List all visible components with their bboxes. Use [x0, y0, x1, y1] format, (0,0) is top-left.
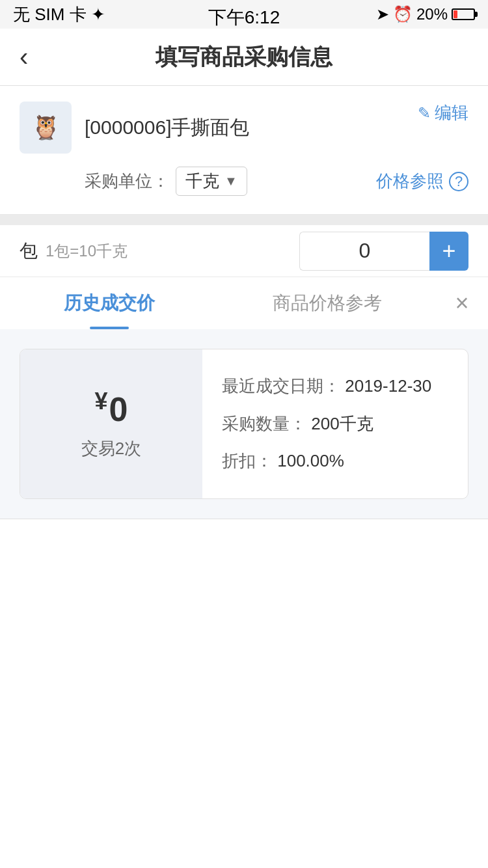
bottom-area — [0, 519, 488, 868]
tab-history-price[interactable]: 历史成交价 — [0, 277, 218, 329]
qty-sub-label: 1包=10千克 — [46, 241, 128, 262]
discount-label: 折扣： — [222, 451, 273, 470]
currency-symbol: ¥ — [95, 388, 108, 414]
qty-unit-label: 包 — [20, 239, 38, 264]
tabs-close-button[interactable]: × — [436, 290, 488, 317]
purchase-qty-label: 采购数量： — [222, 414, 306, 433]
card-price-area: ¥0 交易2次 — [20, 349, 202, 498]
qty-input-area: 0 + — [128, 232, 468, 271]
unit-label: 采购单位： — [85, 170, 169, 193]
tab-active-underline — [90, 327, 129, 329]
battery-icon — [452, 8, 475, 20]
discount-row: 折扣： 100.00% — [222, 448, 448, 475]
page-title: 填写商品采购信息 — [156, 42, 332, 72]
purchase-qty-value: 200千克 — [311, 414, 373, 433]
quantity-section: 包 1包=10千克 0 + — [0, 225, 488, 277]
location-icon: ➤ — [376, 5, 389, 23]
qty-input[interactable]: 0 — [299, 232, 429, 271]
back-button[interactable]: ‹ — [20, 42, 28, 72]
price-ref-label: 价格参照 — [376, 170, 444, 193]
nav-bar: ‹ 填写商品采购信息 — [0, 29, 488, 86]
unit-value: 千克 — [185, 170, 219, 193]
tab-price-ref-label: 商品价格参考 — [273, 291, 382, 316]
section-divider — [0, 215, 488, 225]
recent-date-value: 2019-12-30 — [345, 376, 431, 396]
status-right: ➤ ⏰ 20% — [376, 5, 475, 23]
tab-product-price-ref[interactable]: 商品价格参考 — [218, 277, 436, 329]
status-bar: 无 SIM 卡 ✦ 下午6:12 ➤ ⏰ 20% — [0, 0, 488, 29]
qty-plus-button[interactable]: + — [429, 232, 468, 271]
card-details-area: 最近成交日期： 2019-12-30 采购数量： 200千克 折扣： 100.0… — [202, 349, 468, 498]
status-left: 无 SIM 卡 ✦ — [13, 3, 105, 26]
alarm-icon: ⏰ — [393, 5, 413, 23]
trade-count: 交易2次 — [81, 437, 141, 460]
product-footer: 采购单位： 千克 ▼ 价格参照 ? — [20, 167, 468, 196]
price-ref-help-icon: ? — [449, 172, 468, 191]
battery-percent: 20% — [416, 5, 448, 23]
recent-date-row: 最近成交日期： 2019-12-30 — [222, 373, 448, 400]
purchase-qty-row: 采购数量： 200千克 — [222, 411, 448, 438]
history-card: ¥0 交易2次 最近成交日期： 2019-12-30 采购数量： 200千克 折… — [20, 349, 468, 499]
unit-arrow-icon: ▼ — [224, 174, 237, 189]
recent-date-label: 最近成交日期： — [222, 376, 340, 396]
product-name: [0000006]手撕面包 — [85, 114, 249, 141]
product-section: 🦉 [0000006]手撕面包 ✎ 编辑 采购单位： 千克 ▼ 价格参照 ? — [0, 86, 488, 215]
price-ref-button[interactable]: 价格参照 ? — [376, 170, 468, 193]
status-time: 下午6:12 — [208, 5, 280, 30]
tabs-header: 历史成交价 商品价格参考 × — [0, 277, 488, 329]
unit-row: 采购单位： 千克 ▼ — [85, 167, 247, 196]
product-logo-icon: 🦉 — [31, 114, 61, 141]
product-info-left: 🦉 [0000006]手撕面包 — [20, 102, 249, 154]
product-thumbnail: 🦉 — [20, 102, 72, 154]
product-header: 🦉 [0000006]手撕面包 ✎ 编辑 — [20, 102, 468, 154]
unit-selector[interactable]: 千克 ▼ — [176, 167, 247, 196]
tabs-section: 历史成交价 商品价格参考 × ¥0 交易2次 最近成交日期： 2019-12-3… — [0, 277, 488, 519]
history-content: ¥0 交易2次 最近成交日期： 2019-12-30 采购数量： 200千克 折… — [0, 329, 488, 519]
edit-label: 编辑 — [435, 102, 468, 124]
edit-button[interactable]: ✎ 编辑 — [418, 102, 468, 124]
discount-value: 100.00% — [277, 451, 344, 470]
edit-icon: ✎ — [418, 104, 431, 122]
tab-history-label: 历史成交价 — [64, 291, 155, 316]
card-price-value: ¥0 — [95, 388, 128, 429]
